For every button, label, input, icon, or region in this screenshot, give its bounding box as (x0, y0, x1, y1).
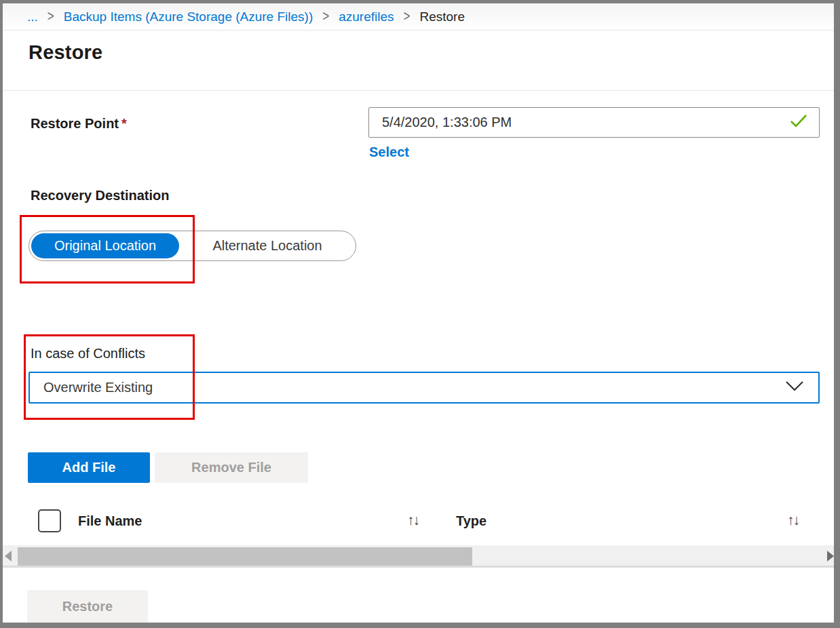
window-frame: ... > Backup Items (Azure Storage (Azure… (0, 0, 840, 628)
remove-file-button[interactable]: Remove File (155, 452, 308, 483)
conflicts-dropdown[interactable]: Overwrite Existing (28, 372, 820, 404)
sort-arrows-icon[interactable]: ↑↓ (407, 512, 419, 528)
conflicts-selected-value: Overwrite Existing (43, 380, 784, 395)
column-header-file-name[interactable]: File Name (78, 513, 142, 529)
chevron-right-icon: > (47, 8, 54, 25)
conflicts-label: In case of Conflicts (31, 346, 145, 361)
chevron-right-icon: > (322, 8, 329, 25)
breadcrumb-ellipsis[interactable]: ... (27, 9, 38, 24)
valid-checkmark-icon (789, 113, 808, 132)
restore-button[interactable]: Restore (27, 590, 148, 623)
required-marker: * (121, 116, 127, 131)
restore-point-value: 5/4/2020, 1:33:06 PM (382, 115, 789, 130)
toggle-original-location[interactable]: Original Location (31, 233, 179, 258)
horizontal-scrollbar[interactable] (3, 545, 834, 568)
chevron-down-icon (784, 380, 805, 395)
divider (3, 90, 834, 91)
select-restore-point-link[interactable]: Select (369, 144, 409, 160)
restore-point-label: Restore Point* (31, 116, 127, 132)
page-title: Restore (28, 41, 102, 64)
chevron-right-icon: > (404, 8, 411, 25)
select-all-checkbox[interactable] (38, 509, 61, 532)
breadcrumb-backup-items[interactable]: Backup Items (Azure Storage (Azure Files… (64, 9, 313, 24)
restore-blade: ... > Backup Items (Azure Storage (Azure… (3, 3, 834, 623)
add-file-button[interactable]: Add File (28, 452, 150, 483)
scroll-left-arrow-icon[interactable] (5, 551, 12, 562)
scroll-right-arrow-icon[interactable] (827, 551, 834, 562)
restore-point-input[interactable]: 5/4/2020, 1:33:06 PM (368, 107, 820, 138)
breadcrumb: ... > Backup Items (Azure Storage (Azure… (3, 3, 834, 31)
breadcrumb-current: Restore (419, 9, 465, 24)
breadcrumb-azurefiles[interactable]: azurefiles (339, 9, 394, 24)
toggle-alternate-location[interactable]: Alternate Location (179, 238, 356, 254)
column-header-type[interactable]: Type (456, 513, 486, 529)
recovery-destination-toggle: Original Location Alternate Location (28, 231, 356, 261)
scrollbar-thumb[interactable] (18, 547, 472, 566)
recovery-destination-label: Recovery Destination (31, 188, 170, 203)
sort-arrows-icon[interactable]: ↑↓ (787, 512, 799, 528)
